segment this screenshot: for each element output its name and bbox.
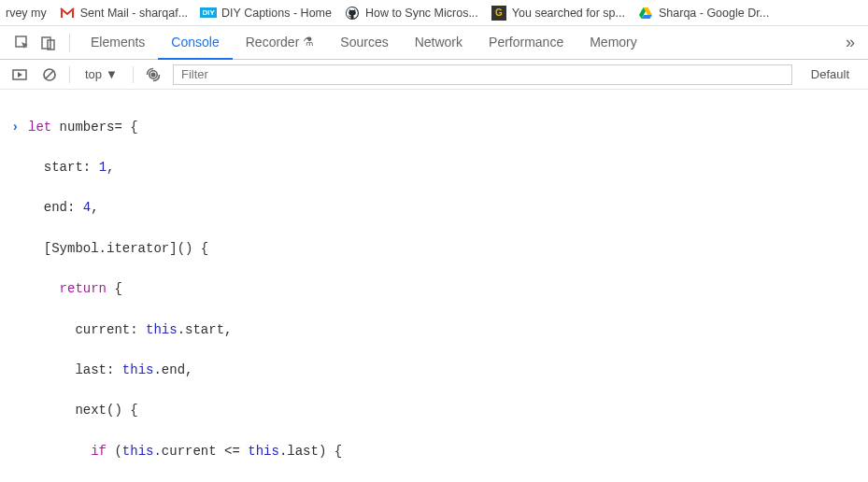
tab-elements[interactable]: Elements — [78, 26, 158, 60]
context-selector[interactable]: top ▼ — [79, 65, 123, 83]
code-line: last: this.end, — [28, 361, 192, 381]
toggle-sidebar-icon[interactable] — [9, 64, 30, 85]
code-line: let numbers= { — [28, 118, 138, 138]
code-line: next() { — [28, 401, 138, 421]
diy-icon: DIY — [201, 6, 216, 21]
github-icon — [345, 6, 360, 21]
live-expression-icon[interactable] — [143, 64, 164, 85]
tab-sources[interactable]: Sources — [327, 26, 401, 60]
tab-console[interactable]: Console — [158, 26, 232, 60]
chevron-down-icon: ▼ — [106, 67, 118, 81]
separator — [133, 66, 134, 83]
log-levels-selector[interactable]: Default — [802, 67, 859, 81]
code-line: start: 1, — [28, 158, 114, 178]
console-toolbar: top ▼ Default — [0, 60, 868, 90]
tab-performance[interactable]: Performance — [476, 26, 576, 60]
svg-point-9 — [151, 73, 155, 77]
gmail-icon — [60, 6, 75, 21]
code-line: if (this.current <= this.last) { — [28, 442, 342, 462]
console-output[interactable]: ›let numbers= { start: 1, end: 4, [Symbo… — [0, 90, 868, 482]
code-line: return { — [28, 279, 122, 300]
bookmark-item[interactable]: How to Sync Micros... — [345, 6, 478, 21]
bookmark-item[interactable]: Sent Mail - sharqaf... — [60, 6, 188, 21]
gdrive-icon — [638, 6, 653, 21]
bookmarks-bar: rvey my Sent Mail - sharqaf... DIY DIY C… — [0, 0, 868, 26]
separator — [69, 66, 70, 83]
code-line: current: this.start, — [28, 320, 232, 341]
bookmark-item[interactable]: rvey my — [6, 7, 47, 20]
bookmark-item[interactable]: G You searched for sp... — [491, 6, 625, 21]
filter-wrap — [173, 64, 792, 85]
g-box-icon: G — [491, 6, 506, 21]
flask-icon: ⚗ — [303, 35, 314, 49]
clear-console-icon[interactable] — [39, 64, 60, 85]
filter-input[interactable] — [173, 64, 792, 85]
tab-recorder[interactable]: Recorder⚗ — [233, 26, 328, 60]
svg-line-7 — [46, 71, 53, 78]
tab-memory[interactable]: Memory — [576, 26, 650, 60]
prompt-icon: › — [11, 118, 28, 138]
more-tabs-icon[interactable]: » — [832, 33, 868, 52]
code-line: [Symbol.iterator]() { — [28, 239, 208, 260]
code-line: end: 4, — [28, 198, 99, 219]
device-toolbar-icon[interactable] — [36, 30, 62, 56]
bookmark-item[interactable]: Sharqa - Google Dr... — [638, 6, 769, 21]
bookmark-item[interactable]: DIY DIY Captions - Home — [201, 6, 332, 21]
separator — [69, 34, 70, 52]
inspect-element-icon[interactable] — [9, 30, 36, 56]
svg-rect-3 — [42, 37, 50, 49]
devtools-tab-bar: Elements Console Recorder⚗ Sources Netwo… — [0, 26, 868, 60]
tab-network[interactable]: Network — [402, 26, 476, 60]
